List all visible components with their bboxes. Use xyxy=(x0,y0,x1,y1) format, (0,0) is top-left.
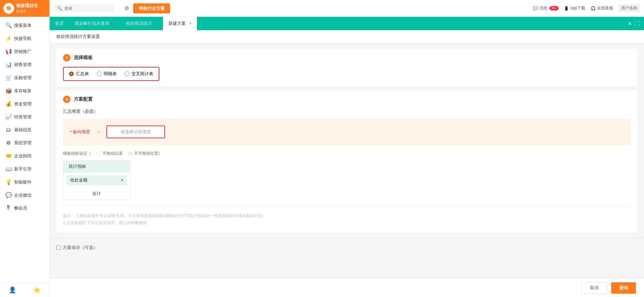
query-button[interactable]: 查询 xyxy=(611,282,636,294)
radio-summary[interactable]: 汇总表 xyxy=(69,71,89,77)
collab-icon: 🤝 xyxy=(5,153,11,159)
radio-cross-input[interactable] xyxy=(125,71,129,76)
sidebar-item-sales[interactable]: 📊 销售管理 xyxy=(0,58,49,71)
finance-icon: 💰 xyxy=(5,101,11,107)
logo-badge: 标准版 xyxy=(16,9,26,13)
user-label: 用户名称 xyxy=(621,6,637,10)
system-icon: ⚙ xyxy=(5,140,11,146)
dimension-selector-text: 请选择分组维度 xyxy=(120,129,151,134)
search-icon: 🔍 xyxy=(57,6,62,11)
download-action[interactable]: 📱 App下载 xyxy=(564,5,585,11)
chevron-down-icon: ▾ xyxy=(121,178,123,183)
hardware-icon: 💡 xyxy=(5,179,11,185)
sidebar-item-label: 智能硬件 xyxy=(14,179,32,185)
message-badge: 99+ xyxy=(549,6,558,10)
tab-home[interactable]: 首页 xyxy=(50,17,69,30)
indicator-total: 合计 xyxy=(63,188,130,199)
tab-bank-flow-close[interactable]: × xyxy=(113,21,115,26)
trial-button[interactable]: 体验行业方案 xyxy=(133,3,170,13)
indicator-section: 模板指标设定（ 可拖动位置 不可拖动位置） 统计指标 xyxy=(63,151,631,201)
indicator-tag-receipt[interactable]: 收款金额 ▾ xyxy=(66,175,127,185)
message-icon: 💬 xyxy=(533,6,538,11)
tab-receipt-stat-label: 收款情况统计 xyxy=(126,20,152,27)
message-action[interactable]: 💬 消息 99+ xyxy=(533,5,558,11)
sidebar-item-label: 基础信息 xyxy=(14,127,32,133)
sidebar-item-system[interactable]: ⚙ 系统管理 xyxy=(0,136,49,149)
sidebar-item-purchase[interactable]: 🛒 采购管理 xyxy=(0,71,49,84)
sidebar-bottom-icon1[interactable]: 👤 xyxy=(9,286,16,294)
sidebar-item-inventory[interactable]: 📦 库存核算 xyxy=(0,84,49,97)
step1-title: 选择模板 xyxy=(74,55,93,61)
user-info[interactable]: 用户名称 xyxy=(619,4,640,12)
save-checkbox-label[interactable]: 方案保存（可选） xyxy=(56,245,98,251)
dimension-section-title: 汇总维度（必选） xyxy=(63,108,631,114)
save-checkbox[interactable] xyxy=(56,245,61,250)
sidebar: 畅 畅捷通好生 标准版 🔍 搜索菜单 ⚡ 快捷导航 📢 营销推广 📊 销售管理 … xyxy=(0,0,50,297)
sales-icon: 📊 xyxy=(5,61,11,68)
radio-detail-label: 明细表 xyxy=(104,71,117,77)
cancel-button[interactable]: 取消 xyxy=(582,282,607,294)
tab-new-plan[interactable]: 新建方案 × xyxy=(163,17,197,30)
sidebar-item-management[interactable]: 📈 经营管理 xyxy=(0,110,49,123)
management-icon: 📈 xyxy=(5,114,11,120)
logo-icon: 畅 xyxy=(3,3,14,14)
sidebar-item-wechat[interactable]: 💬 企业微信 xyxy=(0,189,49,202)
gear-icon[interactable]: ⚙ xyxy=(123,4,130,13)
legend-unmovable: 不可拖动位置） xyxy=(128,151,162,156)
search-input[interactable] xyxy=(64,6,111,11)
sidebar-item-marketing[interactable]: 📢 营销推广 xyxy=(0,45,49,58)
radio-cross[interactable]: 交叉统计表 xyxy=(125,71,153,77)
sidebar-item-label: 搜索菜单 xyxy=(14,22,32,29)
tab-new-plan-close[interactable]: × xyxy=(189,21,192,26)
vip-icon: 🎖 xyxy=(5,205,11,211)
content-area: 收款情况统计方案设置 1 选择模板 汇总表 明细表 xyxy=(50,30,644,278)
radio-cross-label: 交叉统计表 xyxy=(131,71,153,77)
dimension-area: * 纵向维度 → 请选择分组维度 xyxy=(63,118,631,145)
sidebar-item-search[interactable]: 🔍 搜索菜单 xyxy=(0,19,49,32)
sidebar-item-quicknav[interactable]: ⚡ 快捷导航 xyxy=(0,32,49,45)
indicator-table: 统计指标 收款金额 ▾ 合计 xyxy=(63,160,130,200)
step2-section: 2 方案配置 汇总维度（必选） * 纵向维度 → 请选择分组维度 xyxy=(56,90,637,233)
tab-close-all-icon[interactable]: ✕ xyxy=(628,20,632,27)
legend-unmovable-label: 不可拖动位置） xyxy=(134,151,162,156)
sidebar-item-label: 采购管理 xyxy=(14,75,32,81)
sidebar-item-hardware[interactable]: 💡 智能硬件 xyxy=(0,176,49,189)
hint-text-2: 2.点击标题栏下拉可设置排序、插入列和删除列 xyxy=(63,220,631,226)
sidebar-logo: 畅 畅捷通好生 标准版 xyxy=(0,0,49,17)
tab-new-plan-label: 新建方案 xyxy=(168,20,186,27)
section-divider xyxy=(63,206,631,206)
radio-summary-label: 汇总表 xyxy=(76,71,89,77)
service-action[interactable]: 🎧 在线客服 xyxy=(591,5,613,11)
indicator-total-text: 合计 xyxy=(92,191,101,196)
step1-section: 1 选择模板 汇总表 明细表 交叉统计表 xyxy=(56,49,637,86)
indicator-legend: 模板指标设定（ 可拖动位置 不可拖动位置） xyxy=(63,151,631,156)
tab-receipt-stat-close[interactable]: × xyxy=(155,21,158,26)
radio-detail-input[interactable] xyxy=(97,71,102,76)
sidebar-item-label: 畅会员 xyxy=(14,205,27,211)
sidebar-item-vip[interactable]: 🎖 畅会员 xyxy=(0,202,49,214)
tab-expand-icon[interactable]: ⛶ xyxy=(635,20,640,27)
sidebar-item-guide[interactable]: 📖 新手引导 xyxy=(0,162,49,176)
bottom-icon2: ⭐ xyxy=(33,286,41,294)
radio-detail[interactable]: 明细表 xyxy=(97,71,117,77)
step1-header: 1 选择模板 xyxy=(63,54,631,61)
bottom-actions: 取消 查询 xyxy=(50,278,644,297)
search-menu-icon: 🔍 xyxy=(5,22,11,29)
tab-receipt-stat[interactable]: 收款情况统计 × xyxy=(120,17,163,30)
page-header: 收款情况统计方案设置 xyxy=(50,30,644,43)
dimension-arrow-icon: → xyxy=(96,129,101,135)
sidebar-item-finance[interactable]: 💰 资金管理 xyxy=(0,97,49,110)
required-star: * xyxy=(70,130,71,135)
sidebar-item-collab[interactable]: 🤝 企业协同 xyxy=(0,149,49,162)
dimension-selector[interactable]: 请选择分组维度 xyxy=(106,126,165,138)
legend-unmovable-dot xyxy=(128,152,132,156)
sidebar-item-basicinfo[interactable]: 🗂 基础信息 xyxy=(0,123,49,136)
guide-icon: 📖 xyxy=(5,166,11,172)
sidebar-item-label: 资金管理 xyxy=(14,101,32,107)
tab-bank-flow[interactable]: 现金银行流水查询 × xyxy=(69,17,120,30)
topbar: 🔍 ⚙ 体验行业方案 💬 消息 99+ 📱 App下载 🎧 在线客服 用户名称 xyxy=(50,0,644,17)
sidebar-bottom-icon2[interactable]: ⭐ xyxy=(33,286,41,294)
indicator-table-header: 统计指标 xyxy=(63,161,130,172)
topbar-divider xyxy=(119,5,119,12)
radio-summary-input[interactable] xyxy=(69,71,74,76)
